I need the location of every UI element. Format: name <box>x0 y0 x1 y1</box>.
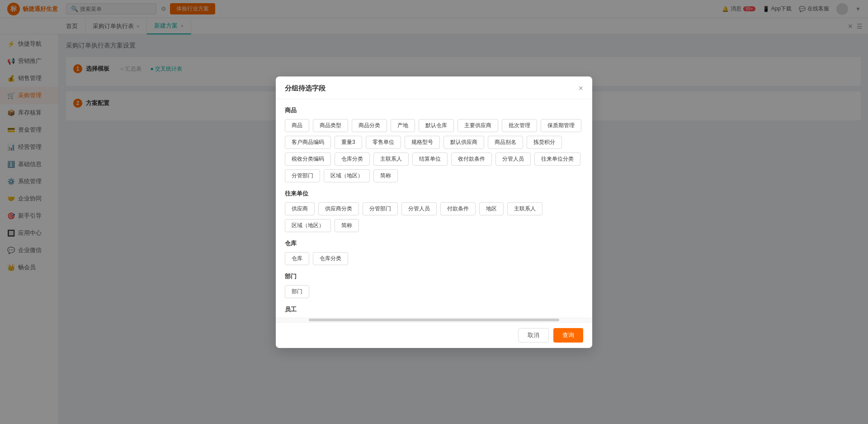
section-employee: 员工 业务员 <box>285 305 583 318</box>
overlay: 分组待选字段 × 商品 商品 商品类型 商品分类 产地 默认仓库 主要供应商 批… <box>0 0 868 424</box>
field-tag[interactable]: 分管人员 <box>401 202 437 215</box>
field-tag[interactable]: 供应商 <box>285 202 315 215</box>
field-tag[interactable]: 仓库 <box>285 252 309 265</box>
modal-header: 分组待选字段 × <box>276 76 592 99</box>
modal-footer: 取消 查询 <box>276 322 592 348</box>
field-tag[interactable]: 仓库分类 <box>313 252 348 265</box>
field-tag[interactable]: 仓库分类 <box>335 152 370 166</box>
field-tag[interactable]: 分管人员 <box>495 152 531 166</box>
modal-title: 分组待选字段 <box>285 84 326 93</box>
field-tag[interactable]: 商品类型 <box>313 119 348 132</box>
field-tag[interactable]: 税收分类编码 <box>285 152 331 166</box>
field-tag[interactable]: 拣货积分 <box>527 136 562 149</box>
field-tag[interactable]: 重量3 <box>335 136 362 149</box>
field-tag[interactable]: 保质期管理 <box>541 119 581 132</box>
modal-hscroll[interactable] <box>276 318 592 322</box>
section-goods: 商品 商品 商品类型 商品分类 产地 默认仓库 主要供应商 批次管理 保质期管理… <box>285 106 583 182</box>
field-tag[interactable]: 简称 <box>335 219 359 232</box>
confirm-button[interactable]: 查询 <box>553 328 583 343</box>
field-tag[interactable]: 商品分类 <box>352 119 387 132</box>
field-tag[interactable]: 供应商分类 <box>318 202 359 215</box>
field-select-modal: 分组待选字段 × 商品 商品 商品类型 商品分类 产地 默认仓库 主要供应商 批… <box>276 76 592 348</box>
section-warehouse: 仓库 仓库 仓库分类 <box>285 239 583 265</box>
section-goods-title: 商品 <box>285 106 583 114</box>
field-tag[interactable]: 主联系人 <box>507 202 542 215</box>
field-tag[interactable]: 简称 <box>373 169 398 182</box>
field-tag[interactable]: 付款条件 <box>440 202 476 215</box>
section-warehouse-fields: 仓库 仓库分类 <box>285 252 583 265</box>
field-tag[interactable]: 部门 <box>285 285 309 298</box>
field-tag[interactable]: 地区 <box>479 202 504 215</box>
modal-hscroll-thumb <box>309 319 559 321</box>
field-tag[interactable]: 商品别名 <box>488 136 523 149</box>
field-tag[interactable]: 规格型号 <box>405 136 440 149</box>
field-tag[interactable]: 默认供应商 <box>443 136 484 149</box>
field-tag[interactable]: 收付款条件 <box>451 152 492 166</box>
section-partner-title: 往来单位 <box>285 190 583 198</box>
section-warehouse-title: 仓库 <box>285 239 583 248</box>
field-tag[interactable]: 客户商品编码 <box>285 136 331 149</box>
modal-close-btn[interactable]: × <box>578 84 583 93</box>
field-tag[interactable]: 主联系人 <box>373 152 409 166</box>
field-tag[interactable]: 往来单位分类 <box>534 152 580 166</box>
field-tag[interactable]: 分管部门 <box>363 202 398 215</box>
field-tag[interactable]: 区域（地区） <box>324 169 370 182</box>
section-goods-fields: 商品 商品类型 商品分类 产地 默认仓库 主要供应商 批次管理 保质期管理 客户… <box>285 119 583 182</box>
field-tag[interactable]: 零售单位 <box>366 136 401 149</box>
section-department-fields: 部门 <box>285 285 583 298</box>
field-tag[interactable]: 默认仓库 <box>419 119 454 132</box>
field-tag[interactable]: 批次管理 <box>502 119 537 132</box>
field-tag[interactable]: 主要供应商 <box>458 119 498 132</box>
field-tag[interactable]: 分管部门 <box>285 169 320 182</box>
cancel-button[interactable]: 取消 <box>518 328 549 343</box>
section-department-title: 部门 <box>285 272 583 281</box>
field-tag[interactable]: 区域（地区） <box>285 219 331 232</box>
field-tag[interactable]: 结算单位 <box>412 152 448 166</box>
section-partner-fields: 供应商 供应商分类 分管部门 分管人员 付款条件 地区 主联系人 区域（地区） … <box>285 202 583 232</box>
field-tag[interactable]: 商品 <box>285 119 309 132</box>
field-tag[interactable]: 产地 <box>391 119 415 132</box>
modal-body: 商品 商品 商品类型 商品分类 产地 默认仓库 主要供应商 批次管理 保质期管理… <box>276 99 592 318</box>
section-partner: 往来单位 供应商 供应商分类 分管部门 分管人员 付款条件 地区 主联系人 区域… <box>285 190 583 232</box>
section-department: 部门 部门 <box>285 272 583 298</box>
section-employee-title: 员工 <box>285 305 583 314</box>
